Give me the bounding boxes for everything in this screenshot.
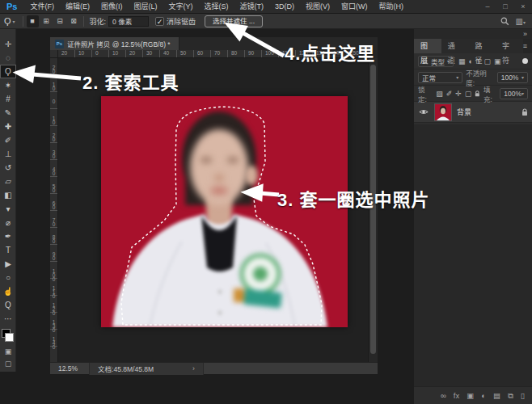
feather-input[interactable]: 0 像素 bbox=[108, 16, 149, 27]
eraser-tool-icon[interactable]: ▱ bbox=[0, 175, 16, 188]
menu-item[interactable]: 文件(F) bbox=[24, 0, 60, 14]
subtract-from-selection-icon[interactable]: ⊟ bbox=[54, 15, 66, 27]
ruler-number: 30 bbox=[146, 50, 152, 56]
layer-thumbnail[interactable] bbox=[434, 103, 452, 121]
visibility-eye-icon[interactable] bbox=[419, 108, 429, 116]
ruler-number: 40 bbox=[163, 50, 169, 56]
search-icon bbox=[422, 58, 429, 65]
menu-item[interactable]: 编辑(E) bbox=[60, 0, 95, 14]
menu-item[interactable]: 视图(V) bbox=[300, 0, 336, 14]
blur-tool-icon[interactable]: ▾ bbox=[0, 202, 16, 216]
quick-mask-icon[interactable]: ▣ bbox=[0, 346, 16, 358]
workspace-switcher-icon[interactable]: ▥▾ bbox=[516, 17, 526, 26]
marquee-tool-icon[interactable]: ◌ bbox=[0, 51, 16, 65]
zoom-tool-icon[interactable]: Q bbox=[0, 298, 16, 312]
opacity-select[interactable]: 100%▾ bbox=[497, 72, 528, 83]
filter-pixel-layers-icon[interactable]: ▦ bbox=[458, 57, 466, 65]
ruler-corner[interactable] bbox=[50, 50, 58, 58]
annotation-step4: 4.点击这里 bbox=[285, 39, 375, 65]
anti-alias-checkbox[interactable]: ✓ bbox=[155, 17, 164, 26]
current-tool-dropdown[interactable]: Ϙ ▾ bbox=[0, 16, 19, 26]
filter-toggle-icon[interactable] bbox=[522, 58, 528, 64]
lasso-icon: Ϙ bbox=[4, 16, 11, 26]
close-icon[interactable]: × bbox=[514, 0, 532, 14]
intersect-selection-icon[interactable]: ⊠ bbox=[68, 15, 80, 27]
select-and-mask-button[interactable]: 选择并遮住 ... bbox=[205, 15, 263, 27]
menu-item[interactable]: 图像(I) bbox=[95, 0, 129, 14]
ps-logo-icon: Ps bbox=[0, 2, 24, 11]
hand-tool-icon[interactable]: ☝ bbox=[0, 284, 16, 298]
vertical-ruler[interactable]: 20100102030405060708090100110120130140 bbox=[50, 58, 58, 362]
screen-mode-icon[interactable]: ▢ bbox=[0, 358, 16, 370]
filter-adjustment-layers-icon[interactable]: ◐ bbox=[469, 57, 473, 65]
window-controls: – □ × bbox=[479, 0, 532, 14]
背景[interactable]: 背景 bbox=[414, 102, 532, 123]
layer-effects-icon[interactable]: fx bbox=[454, 391, 459, 400]
ruler-number: 90 bbox=[51, 251, 57, 259]
lock-position-icon[interactable]: ✛ bbox=[455, 90, 462, 98]
document-tab[interactable]: Ps 证件照片 拷贝 @ 12.5%(RGB/8) * bbox=[50, 37, 179, 50]
background-color-swatch[interactable] bbox=[5, 333, 14, 342]
menu-item[interactable]: 窗口(W) bbox=[336, 0, 374, 14]
annotation-step2: 2. 套索工具 bbox=[82, 68, 179, 94]
ruler-number: 20 bbox=[51, 65, 57, 73]
dodge-tool-icon[interactable]: ⌀ bbox=[0, 216, 16, 229]
brush-tool-icon[interactable]: ✐ bbox=[0, 133, 16, 147]
edit-toolbar-icon[interactable]: ⋯ bbox=[0, 312, 16, 326]
clone-stamp-tool-icon[interactable]: ⊥ bbox=[0, 147, 16, 161]
link-layers-icon[interactable]: ∞ bbox=[441, 391, 446, 400]
crop-tool-icon[interactable]: # bbox=[0, 92, 16, 106]
quick-selection-tool-icon[interactable]: ✶ bbox=[0, 78, 16, 92]
new-group-icon[interactable]: ▤ bbox=[493, 391, 500, 400]
lasso-tool-icon[interactable]: Ϙ bbox=[0, 65, 16, 78]
layers-panel-empty-area bbox=[414, 124, 532, 386]
status-chevron-icon[interactable]: › bbox=[192, 364, 195, 372]
new-selection-icon[interactable]: ■ bbox=[27, 15, 39, 27]
search-icon[interactable] bbox=[500, 17, 509, 26]
eyedropper-tool-icon[interactable]: ✎ bbox=[0, 106, 16, 120]
move-tool-icon[interactable]: ✛ bbox=[0, 37, 16, 51]
lock-artboard-icon[interactable]: ▢ bbox=[465, 90, 472, 98]
layer-name[interactable]: 背景 bbox=[457, 107, 517, 117]
menu-item[interactable]: 3D(D) bbox=[269, 0, 300, 14]
toolbar-grip bbox=[0, 29, 15, 37]
menu-item[interactable]: 选择(S) bbox=[198, 0, 234, 14]
pen-tool-icon[interactable]: ✒ bbox=[0, 229, 16, 243]
minimize-icon[interactable]: – bbox=[479, 0, 496, 14]
new-layer-icon[interactable]: ⧉ bbox=[508, 391, 513, 401]
menu-item[interactable]: 帮助(H) bbox=[373, 0, 409, 14]
maximize-icon[interactable]: □ bbox=[496, 0, 514, 14]
ruler-number: 10 bbox=[78, 50, 84, 56]
lock-transparency-icon[interactable]: ▨ bbox=[436, 90, 443, 98]
chevron-down-icon: ▾ bbox=[13, 19, 15, 24]
collapse-panels-icon[interactable]: » bbox=[523, 30, 527, 38]
ruler-number: 70 bbox=[51, 217, 57, 225]
shape-tool-icon[interactable]: ○ bbox=[0, 271, 16, 284]
menu-item[interactable]: 滤镜(T) bbox=[234, 0, 269, 14]
lock-all-icon[interactable] bbox=[475, 90, 480, 98]
adjustment-layer-icon[interactable]: ◐ bbox=[481, 391, 486, 400]
menu-item[interactable]: 图层(L) bbox=[128, 0, 163, 14]
filter-kind-dropdown[interactable]: 类型 ▾ bbox=[418, 56, 454, 67]
photo-canvas[interactable] bbox=[101, 96, 348, 327]
document-info: 文档:45.8M/45.8M › bbox=[89, 363, 204, 375]
lock-paint-icon[interactable]: ✐ bbox=[446, 90, 453, 98]
panel-menu-icon[interactable]: ≡ bbox=[523, 39, 532, 53]
fill-select[interactable]: 100%▾ bbox=[500, 88, 528, 99]
add-to-selection-icon[interactable]: ⊞ bbox=[40, 15, 53, 27]
ruler-number: 0 bbox=[51, 99, 57, 103]
gradient-tool-icon[interactable]: ◧ bbox=[0, 188, 16, 202]
blend-mode-select[interactable]: 正常▾ bbox=[418, 72, 462, 83]
delete-layer-icon[interactable]: ▯ bbox=[521, 391, 525, 400]
path-selection-tool-icon[interactable]: ▶ bbox=[0, 257, 16, 271]
menu-item[interactable]: 文字(Y) bbox=[163, 0, 198, 14]
filter-shape-layers-icon[interactable]: ▢ bbox=[483, 57, 491, 65]
add-mask-icon[interactable]: ▣ bbox=[467, 391, 474, 400]
zoom-level[interactable]: 12.5% bbox=[50, 364, 78, 372]
type-tool-icon[interactable]: T bbox=[0, 243, 16, 257]
filter-smart-objects-icon[interactable]: ▣ bbox=[494, 57, 501, 65]
healing-brush-tool-icon[interactable]: ✚ bbox=[0, 120, 16, 133]
filter-type-layers-icon[interactable]: T bbox=[476, 57, 481, 65]
history-brush-tool-icon[interactable]: ↺ bbox=[0, 161, 16, 175]
ruler-number: 110 bbox=[51, 285, 57, 297]
